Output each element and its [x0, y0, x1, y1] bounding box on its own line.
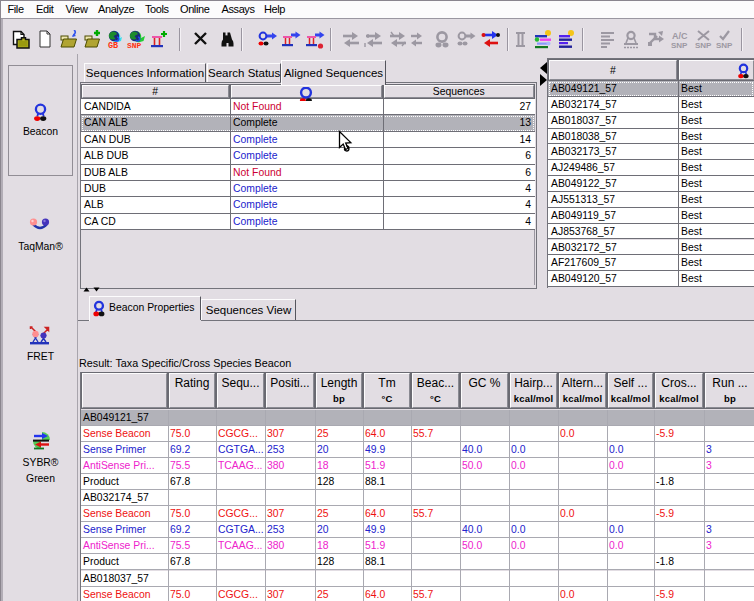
- svg-text:SNP: SNP: [716, 41, 733, 49]
- svg-text:GB: GB: [108, 41, 118, 49]
- svg-text:SNP: SNP: [695, 41, 712, 49]
- svg-text:SNP: SNP: [671, 41, 688, 49]
- svg-text:A/C: A/C: [672, 31, 688, 41]
- svg-text:SNP: SNP: [127, 41, 142, 49]
